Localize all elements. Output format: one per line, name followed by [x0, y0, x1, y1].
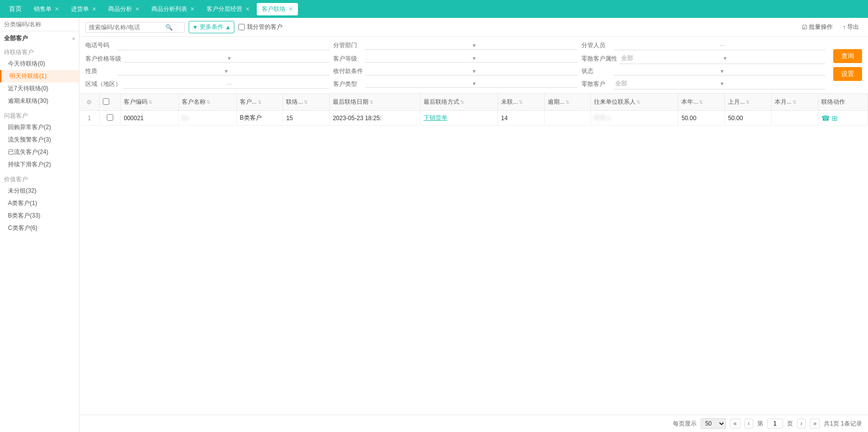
filter-more-btn[interactable]: ▼ 更多条件 ▲: [189, 21, 234, 33]
sidebar-group-problem-title: 问题客户: [0, 109, 79, 121]
batch-op-icon: ☑: [802, 24, 807, 31]
nav-customer-contact[interactable]: 客户联络 ✕: [257, 3, 298, 15]
sort-last-method-icon: ⇅: [460, 100, 464, 105]
sidebar-item-churned[interactable]: 已流失客户(24): [0, 146, 79, 158]
filter-dots-person-icon[interactable]: ···: [720, 42, 823, 49]
sidebar-search-input[interactable]: [4, 21, 78, 28]
batch-op-btn[interactable]: ☑ 批量操作: [799, 21, 836, 33]
th-code[interactable]: 客户编码 ⇅: [121, 94, 179, 111]
filter-cell-region: 区域（地区） ···: [85, 79, 329, 89]
close-sales-icon[interactable]: ✕: [55, 6, 59, 12]
filter-select-nature[interactable]: ▼: [117, 68, 329, 75]
sidebar-item-classB[interactable]: B类客户(33): [0, 210, 79, 222]
sidebar-item-today[interactable]: 今天待联络(0): [0, 58, 79, 70]
th-this-month[interactable]: 本月... ⇅: [771, 94, 818, 111]
filter-select-price-level[interactable]: ▼: [123, 55, 329, 63]
sidebar-all-customers[interactable]: 全部客户 «: [0, 31, 79, 46]
nav-purchase[interactable]: 进货单 ✕: [66, 3, 101, 15]
sidebar-item-overdue[interactable]: 逾期未联络(30): [0, 95, 79, 107]
th-last-method[interactable]: 最后联络方式 ⇅: [420, 94, 498, 111]
th-last-month[interactable]: 上月... ⇅: [725, 94, 772, 111]
cell-last-method[interactable]: 下销货单: [420, 111, 498, 126]
filter-row-1: 电话号码 分管部门 ▼ 分管人员: [85, 41, 825, 50]
sidebar-item-week[interactable]: 近7天待联络(0): [0, 82, 79, 95]
filter-select-payment[interactable]: ▼: [365, 68, 577, 75]
page-suffix: 页: [787, 420, 793, 428]
cell-code: 000021: [121, 111, 179, 126]
sidebar-item-ungrouped[interactable]: 未分组(32): [0, 185, 79, 197]
cell-name: Ea: [178, 111, 236, 126]
filter-select-type[interactable]: ▼: [365, 80, 577, 88]
search-input[interactable]: [89, 24, 163, 31]
th-name[interactable]: 客户名称 ⇅: [178, 94, 236, 111]
filter-dots-region-icon[interactable]: ···: [227, 80, 328, 87]
my-customers-checkbox-wrap[interactable]: 我分管的客户: [238, 23, 283, 31]
set-button[interactable]: 设置: [833, 67, 862, 81]
next-page-btn[interactable]: ›: [797, 419, 806, 429]
first-page-btn[interactable]: «: [730, 419, 740, 429]
select-all-checkbox[interactable]: [103, 98, 109, 105]
sidebar-item-classC[interactable]: C类客户(6): [0, 222, 79, 234]
my-customers-checkbox[interactable]: [238, 24, 245, 30]
sidebar-item-lost[interactable]: 流失预警客户(3): [0, 134, 79, 146]
filter-select-status[interactable]: ▼: [613, 68, 825, 75]
cell-type: B类客户: [236, 111, 283, 126]
th-checkbox: [99, 94, 121, 111]
th-no-contact[interactable]: 未联... ⇅: [498, 94, 545, 111]
th-overdue[interactable]: 逾期... ⇅: [544, 94, 591, 111]
row-checkbox[interactable]: [107, 114, 113, 121]
filter-select-person[interactable]: ···: [613, 41, 825, 50]
sidebar-item-classA[interactable]: A类客户(1): [0, 197, 79, 210]
last-method-link[interactable]: 下销货单: [424, 114, 447, 121]
query-button[interactable]: 查询: [833, 49, 862, 63]
th-unit-contact[interactable]: 往来单位联系人 ⇅: [591, 94, 678, 111]
filter-select-retail-attr[interactable]: 全部 ▼: [619, 53, 825, 64]
nav-customer-tier[interactable]: 客户分层经营 ✕: [202, 3, 255, 15]
sort-last-date-icon: ⇅: [369, 100, 373, 105]
content-area: 🔍 ▼ 更多条件 ▲ 我分管的客户 ☑ 批量操作 ↑ 导出: [79, 18, 868, 432]
search-bar-icon[interactable]: 🔍: [165, 24, 173, 31]
sort-overdue-icon: ⇅: [566, 100, 570, 105]
page-input[interactable]: [767, 419, 783, 429]
qr-icon[interactable]: ⊞: [832, 114, 838, 122]
per-page-select[interactable]: 50 100 200: [701, 418, 726, 429]
close-analysis-icon[interactable]: ✕: [135, 6, 140, 12]
filter-select-dept[interactable]: ▼: [365, 42, 577, 50]
sidebar-item-tomorrow[interactable]: 明天待联络(1): [0, 70, 79, 82]
sidebar-item-declining[interactable]: 持续下滑客户(2): [0, 158, 79, 171]
close-analysis-list-icon[interactable]: ✕: [190, 6, 195, 12]
filter-cell-type: 客户类型 ▼: [333, 80, 577, 88]
th-contacts[interactable]: 联络... ⇅: [283, 94, 330, 111]
filter-label-person: 分管人员: [581, 41, 611, 50]
filter-row-4: 区域（地区） ··· 客户类型 ▼: [85, 78, 825, 89]
filter-chevron-payment-icon: ▼: [472, 69, 576, 74]
cell-unit-contact: 联系人: [591, 111, 678, 126]
close-customer-tier-icon[interactable]: ✕: [245, 6, 250, 12]
th-this-year[interactable]: 本年... ⇅: [678, 94, 725, 111]
last-page-btn[interactable]: »: [810, 419, 820, 429]
filter-select-region[interactable]: ···: [123, 79, 329, 89]
nav-sales[interactable]: 销售单 ✕: [29, 3, 64, 15]
nav-analysis[interactable]: 商品分析 ✕: [103, 3, 145, 15]
filter-cell-nature: 性质 ▼: [85, 67, 329, 75]
th-type[interactable]: 客户... ⇅: [236, 94, 283, 111]
filter-input-phone[interactable]: [117, 41, 329, 50]
contact-icon[interactable]: ☎: [821, 114, 830, 122]
filter-select-retail-customer[interactable]: 全部 ▼: [613, 78, 825, 89]
close-customer-contact-icon[interactable]: ✕: [289, 6, 293, 12]
main-layout: 🔍 全部客户 « 待联络客户 今天待联络(0) 明天待联络(1) 近7天待联络(…: [0, 18, 868, 432]
filter-select-customer-level[interactable]: ▼: [365, 55, 577, 63]
sort-name-icon: ⇅: [207, 100, 211, 105]
nav-home[interactable]: 首页: [4, 2, 27, 15]
sidebar-item-repurchase[interactable]: 回购异常客户(2): [0, 121, 79, 134]
prev-page-btn[interactable]: ‹: [744, 419, 753, 429]
filter-label-status: 状态: [581, 67, 611, 75]
gear-icon[interactable]: ⚙: [86, 99, 92, 106]
sort-no-contact-icon: ⇅: [519, 100, 523, 105]
th-last-date[interactable]: 最后联络日期 ⇅: [330, 94, 421, 111]
unit-contact-blurred: 联系人: [594, 114, 612, 121]
close-purchase-icon[interactable]: ✕: [92, 6, 96, 12]
nav-analysis-list[interactable]: 商品分析列表 ✕: [146, 3, 200, 15]
export-btn[interactable]: ↑ 导出: [840, 21, 862, 33]
th-settings[interactable]: ⚙: [79, 94, 99, 111]
